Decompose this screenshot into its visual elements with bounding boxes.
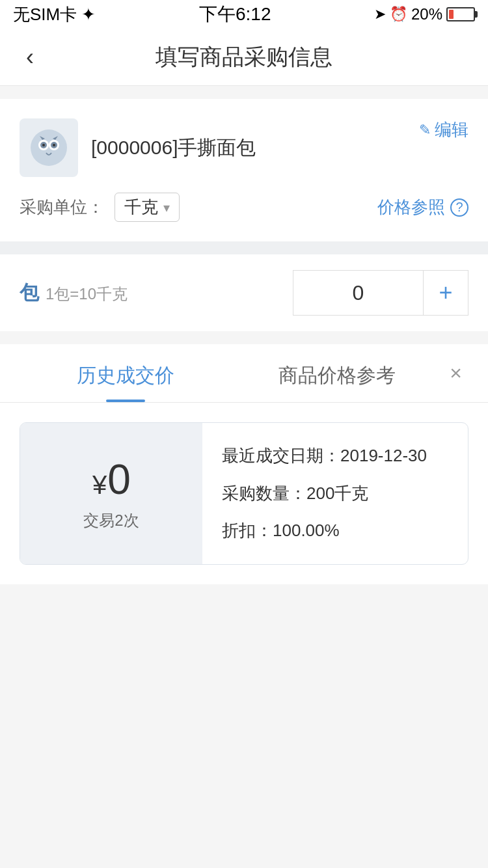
help-icon: ? [450,198,468,217]
close-icon: × [450,361,462,385]
plus-icon: + [439,279,452,306]
quantity-label: 包 1包=10千克 [20,280,128,306]
quantity-row: 包 1包=10千克 0 + [0,254,488,331]
quantity-conversion: 1包=10千克 [46,284,128,305]
svg-point-6 [53,144,55,146]
svg-point-0 [31,129,67,166]
product-info-left: [0000006]手撕面包 [20,118,256,177]
price-reference-button[interactable]: 价格参照 ? [377,196,468,219]
price-card-right: 最近成交日期：2019-12-30 采购数量：200千克 折扣：100.00% [202,423,468,564]
price-cards-area: ¥0 交易2次 最近成交日期：2019-12-30 采购数量：200千克 折扣：… [0,403,488,584]
purchase-qty-value: 200千克 [306,483,368,503]
quantity-input[interactable]: 0 [293,270,423,316]
tab-active-indicator [106,400,145,402]
product-card: [0000006]手撕面包 ✎ 编辑 采购单位： 千克 ▾ 价格参照 ? [0,99,488,241]
dropdown-arrow-icon: ▾ [163,200,170,215]
battery-percent: 20% [411,5,442,23]
page-title: 填写商品采购信息 [156,42,332,72]
tabs-row: 历史成交价 商品价格参考 × [0,344,488,402]
date-label: 最近成交日期： [222,446,340,465]
tab-close-button[interactable]: × [443,355,468,392]
discount-value: 100.00% [273,521,340,540]
price-quantity-row: 采购数量：200千克 [222,480,448,508]
unit-label: 采购单位： [20,196,104,219]
unit-selector[interactable]: 千克 ▾ [115,193,180,222]
status-bar: 无SIM卡 ✦ 下午6:12 ➤ ⏰ 20% [0,0,488,29]
nav-bar: ‹ 填写商品采购信息 [0,29,488,86]
yen-symbol: ¥ [92,470,106,499]
price-date-row: 最近成交日期：2019-12-30 [222,442,448,470]
battery-icon [446,7,475,21]
discount-label: 折扣： [222,521,273,540]
tab-product-price[interactable]: 商品价格参考 [232,344,444,402]
product-thumbnail [20,118,78,177]
price-amount: ¥0 [92,455,130,504]
product-header: [0000006]手撕面包 ✎ 编辑 [20,118,468,177]
quantity-input-row: 0 + [293,270,468,316]
tabs-container: 历史成交价 商品价格参考 × [0,344,488,403]
back-button[interactable]: ‹ [20,37,40,77]
alarm-icon: ⏰ [390,6,407,23]
product-logo-icon [29,128,68,167]
price-card-left: ¥0 交易2次 [20,423,202,564]
edit-icon: ✎ [419,122,431,139]
quantity-unit: 包 [20,280,39,306]
price-transactions: 交易2次 [83,510,139,531]
tab-history-price[interactable]: 历史成交价 [20,344,232,402]
status-time: 下午6:12 [199,2,271,27]
status-indicators: ➤ ⏰ 20% [374,5,475,23]
carrier-text: 无SIM卡 ✦ [13,3,96,26]
status-carrier: 无SIM卡 ✦ [13,3,96,26]
purchase-qty-label: 采购数量： [222,483,306,503]
svg-point-5 [42,144,45,146]
edit-button[interactable]: ✎ 编辑 [419,118,468,141]
page-background [0,584,488,868]
location-icon: ➤ [374,6,386,23]
product-bottom: 采购单位： 千克 ▾ 价格参照 ? [20,193,468,222]
price-discount-row: 折扣：100.00% [222,517,448,545]
product-name: [0000006]手撕面包 [91,134,256,161]
unit-row: 采购单位： 千克 ▾ [20,193,180,222]
price-value: 0 [107,456,130,503]
date-value: 2019-12-30 [340,446,427,465]
quantity-plus-button[interactable]: + [423,270,468,316]
price-card: ¥0 交易2次 最近成交日期：2019-12-30 采购数量：200千克 折扣：… [20,422,468,565]
section-divider [0,241,488,254]
